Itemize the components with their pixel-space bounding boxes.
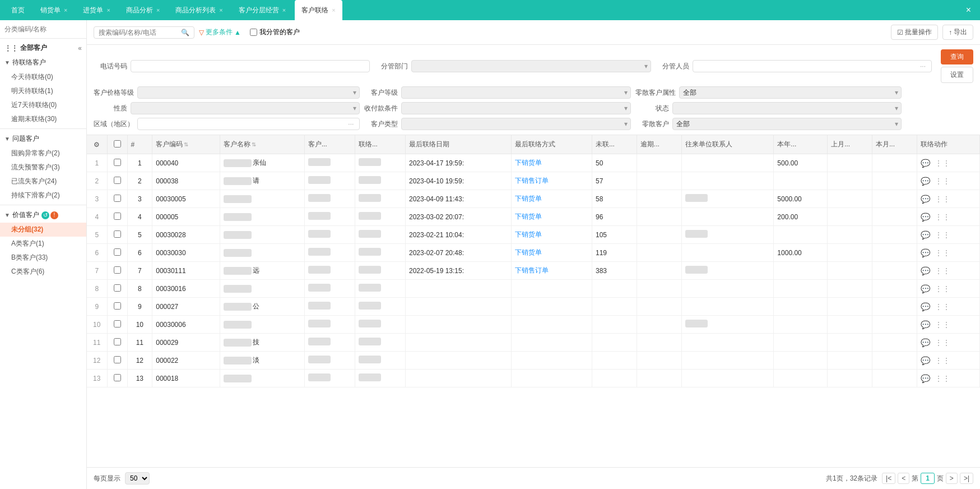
no-contact-header[interactable]: 未联... — [592, 135, 637, 154]
export-button[interactable]: ↑ 导出 — [942, 25, 973, 40]
sort-icon[interactable]: ⇅ — [252, 141, 256, 147]
refresh-icon[interactable]: ↺ — [41, 211, 49, 219]
chat-icon[interactable]: 💬 — [921, 213, 930, 222]
name-column-header[interactable]: 客户名称 ⇅ — [220, 135, 304, 154]
last-page-button[interactable]: >| — [960, 473, 973, 484]
row-checkbox[interactable] — [114, 374, 121, 381]
code-column-header[interactable]: 客户编码 ⇅ — [152, 135, 220, 154]
row-checkbox[interactable] — [114, 338, 121, 345]
batch-operation-button[interactable]: ☑ 批量操作 — [891, 25, 938, 40]
chat-icon[interactable]: 💬 — [921, 302, 930, 311]
sidebar-item-today[interactable]: 今天待联络(0) — [0, 70, 86, 84]
query-button[interactable]: 查询 — [941, 49, 973, 64]
close-icon[interactable]: × — [332, 7, 335, 13]
chat-icon[interactable]: 💬 — [921, 177, 930, 186]
sidebar-item-abnormal[interactable]: 囤购异常客户(2) — [0, 146, 86, 160]
last-contact-date-header[interactable]: 最后联络日期 — [405, 135, 511, 154]
chat-icon[interactable]: 💬 — [921, 338, 930, 347]
last-contact-method-link[interactable]: 下销售订单 — [515, 177, 549, 184]
row-checkbox-cell[interactable] — [107, 154, 127, 172]
nav-tab-sales[interactable]: 销货单 × — [34, 0, 74, 20]
grid-action-icon[interactable]: ⋮⋮ — [935, 356, 950, 365]
row-checkbox-cell[interactable] — [107, 370, 127, 387]
sidebar-item-class-a[interactable]: A类客户(1) — [0, 237, 86, 251]
per-page-select[interactable]: 50 — [125, 472, 150, 485]
row-checkbox[interactable] — [114, 230, 121, 238]
department-select[interactable] — [411, 60, 651, 72]
row-checkbox[interactable] — [114, 320, 121, 327]
chat-icon[interactable]: 💬 — [921, 266, 930, 275]
chat-icon[interactable]: 💬 — [921, 356, 930, 365]
nav-tab-product-analysis[interactable]: 商品分析 × — [119, 0, 166, 20]
nav-tab-customer-contact[interactable]: 客户联络 × — [295, 0, 342, 20]
nav-tab-product-list[interactable]: 商品分析列表 × — [169, 0, 229, 20]
row-checkbox-cell[interactable] — [107, 280, 127, 298]
row-checkbox-cell[interactable] — [107, 190, 127, 208]
row-checkbox-cell[interactable] — [107, 352, 127, 370]
sidebar-section-pending[interactable]: ▼ 待联络客户 — [0, 55, 86, 70]
nav-tab-home[interactable]: 首页 — [4, 0, 31, 20]
sidebar-item-class-b[interactable]: B类客户(33) — [0, 251, 86, 265]
retail-customer-select[interactable]: 全部 — [672, 118, 902, 130]
nav-tab-purchase[interactable]: 进货单 × — [76, 0, 117, 20]
close-icon[interactable]: × — [106, 7, 110, 13]
last-month-header[interactable]: 上月... — [828, 135, 872, 154]
ellipsis-button[interactable]: ··· — [346, 120, 356, 128]
last-contact-method-header[interactable]: 最后联络方式 — [511, 135, 592, 154]
row-checkbox-cell[interactable] — [107, 298, 127, 316]
sidebar-item-ungrouped[interactable]: 未分组(32) — [0, 223, 86, 237]
last-contact-method-link[interactable]: 下销货单 — [515, 230, 542, 238]
last-contact-method-link[interactable]: 下销货单 — [515, 195, 542, 202]
row-checkbox-cell[interactable] — [107, 226, 127, 244]
sidebar-item-churn-warning[interactable]: 流失预警客户(3) — [0, 160, 86, 174]
this-year-header[interactable]: 本年... — [774, 135, 828, 154]
row-checkbox-cell[interactable] — [107, 262, 127, 280]
close-icon[interactable]: × — [219, 7, 222, 13]
sidebar-item-overdue[interactable]: 逾期未联络(30) — [0, 112, 86, 126]
row-checkbox[interactable] — [114, 195, 121, 202]
chat-icon[interactable]: 💬 — [921, 195, 930, 204]
my-customers-checkbox[interactable]: 我分管的客户 — [250, 27, 300, 37]
last-contact-method-link[interactable]: 下销货单 — [515, 213, 542, 220]
grid-action-icon[interactable]: ⋮⋮ — [935, 338, 950, 347]
price-level-select[interactable] — [137, 86, 360, 99]
chat-icon[interactable]: 💬 — [921, 230, 930, 239]
grid-action-icon[interactable]: ⋮⋮ — [935, 195, 950, 204]
close-icon[interactable]: × — [282, 7, 286, 13]
grid-action-icon[interactable]: ⋮⋮ — [935, 177, 950, 186]
customer-level-select[interactable] — [401, 86, 630, 99]
next-page-button[interactable]: > — [946, 473, 958, 484]
sidebar-search-input[interactable] — [4, 25, 87, 33]
status-select[interactable] — [672, 102, 902, 114]
row-checkbox-cell[interactable] — [107, 244, 127, 262]
contact-column-header[interactable]: 联络... — [355, 135, 405, 154]
prev-page-button[interactable]: < — [898, 473, 909, 484]
sidebar-item-churned[interactable]: 已流失客户(24) — [0, 174, 86, 188]
row-checkbox-cell[interactable] — [107, 334, 127, 352]
close-all-button[interactable]: × — [962, 5, 976, 15]
grid-action-icon[interactable]: ⋮⋮ — [935, 248, 950, 257]
collapse-icon[interactable]: « — [78, 44, 82, 52]
sidebar-item-declining[interactable]: 持续下滑客户(2) — [0, 188, 86, 202]
chat-icon[interactable]: 💬 — [921, 284, 930, 293]
grid-action-icon[interactable]: ⋮⋮ — [935, 302, 950, 311]
all-customers-header[interactable]: ⋮⋮ 全部客户 « — [0, 39, 86, 55]
ellipsis-button[interactable]: ··· — [918, 62, 928, 70]
grid-action-icon[interactable]: ⋮⋮ — [935, 320, 950, 329]
chat-icon[interactable]: 💬 — [921, 374, 930, 383]
grid-action-icon[interactable]: ⋮⋮ — [935, 213, 950, 222]
unit-contact-header[interactable]: 往来单位联系人 — [681, 135, 774, 154]
nature-select[interactable] — [131, 102, 360, 114]
chat-icon[interactable]: 💬 — [921, 320, 930, 329]
select-all-checkbox[interactable] — [114, 140, 121, 147]
row-checkbox-cell[interactable] — [107, 172, 127, 190]
grid-action-icon[interactable]: ⋮⋮ — [935, 159, 950, 168]
last-contact-method-link[interactable]: 下销货单 — [515, 248, 542, 256]
gear-icon[interactable]: ⚙ — [94, 141, 100, 149]
row-checkbox[interactable] — [114, 284, 121, 292]
row-checkbox[interactable] — [114, 159, 121, 166]
reset-button[interactable]: 设置 — [941, 67, 973, 83]
last-contact-method-link[interactable]: 下销售订单 — [515, 266, 549, 274]
close-icon[interactable]: × — [64, 7, 67, 13]
overdue-header[interactable]: 逾期... — [637, 135, 681, 154]
